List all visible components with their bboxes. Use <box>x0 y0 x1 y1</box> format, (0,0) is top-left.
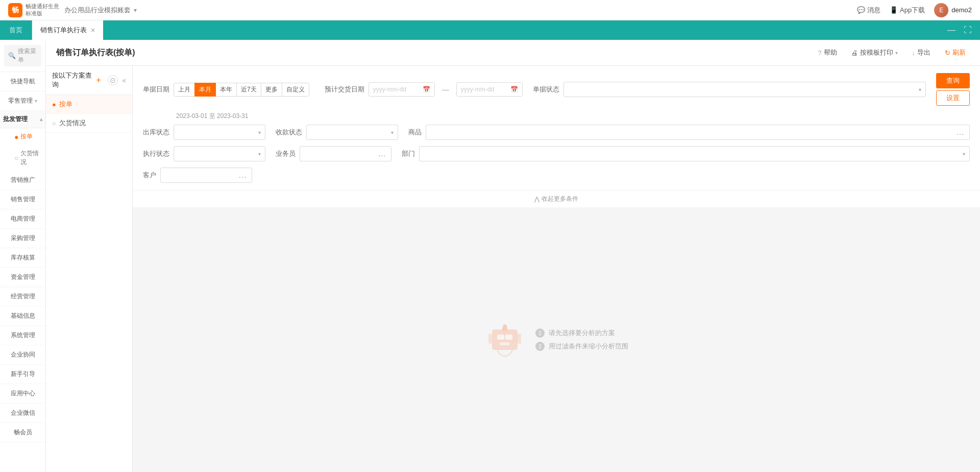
help-label: 帮助 <box>824 48 837 57</box>
top-bar-left: 畅 畅捷通好生意 标准版 办公用品行业模拟账套 ▾ <box>8 3 137 17</box>
tab-minimize-button[interactable]: — <box>945 24 958 36</box>
tip-number-1: 1 <box>535 328 545 338</box>
date-tab-this-year[interactable]: 本年 <box>215 83 237 97</box>
scheme-item-by-single[interactable]: ● 按单 <box>46 95 132 114</box>
sidebar-item-label: 系统管理 <box>11 331 35 340</box>
outbound-status-label: 出库状态 <box>143 128 169 137</box>
payment-status-select[interactable]: ▾ <box>306 125 398 140</box>
sidebar-item-sales[interactable]: 销售管理 <box>0 190 45 209</box>
sidebar-item-basic-info[interactable]: 基础信息 <box>0 306 45 326</box>
sidebar-item-inventory[interactable]: 库存核算 <box>0 248 45 268</box>
message-button[interactable]: 💬 消息 <box>857 6 880 15</box>
expected-date-start-input[interactable]: yyyy-mm-dd 📅 <box>369 82 435 97</box>
scheme-add-button[interactable]: + <box>93 75 104 85</box>
tab-maximize-button[interactable]: ⛶ <box>962 24 974 36</box>
refresh-button[interactable]: ↻ 刷新 <box>941 46 970 59</box>
svg-rect-0 <box>492 329 518 350</box>
top-bar: 畅 畅捷通好生意 标准版 办公用品行业模拟账套 ▾ 💬 消息 📱 App下载 E… <box>0 0 980 20</box>
sidebar-subitem-label: 按单 <box>20 132 33 141</box>
breadcrumb: 办公用品行业模拟账套 ▾ <box>64 6 137 15</box>
user-name[interactable]: demo2 <box>951 6 972 14</box>
sidebar-item-marketing[interactable]: 营销推广 <box>0 171 45 190</box>
customer-label: 客户 <box>143 171 156 180</box>
sidebar-item-wholesale[interactable]: 批发管理 ▴ <box>0 111 45 128</box>
chevron-down-icon: ▾ <box>391 130 394 135</box>
outbound-status-select[interactable]: ▾ <box>174 125 265 140</box>
date-tab-this-month[interactable]: 本月 <box>194 83 216 97</box>
customer-more-icon[interactable]: … <box>238 171 248 180</box>
tab-close-icon[interactable]: × <box>91 27 95 34</box>
sidebar-item-label: 电商管理 <box>11 215 35 223</box>
sidebar-item-label: 销售管理 <box>11 195 35 204</box>
document-date-label: 单据日期 <box>143 85 169 94</box>
sidebar-subitem-by-single[interactable]: ● 按单 <box>0 128 45 145</box>
sidebar-item-enterprise[interactable]: 企业协同 <box>0 345 45 365</box>
page-title: 销售订单执行表(按单) <box>56 48 135 58</box>
tab-bar: 首页 销售订单执行表 × — ⛶ <box>0 20 980 40</box>
sidebar-item-system[interactable]: 系统管理 <box>0 326 45 345</box>
filter-product: 商品 … <box>408 125 970 140</box>
sidebar-item-label: 快捷导航 <box>11 77 35 86</box>
collapse-icon: ⋀ <box>534 196 540 203</box>
user-area[interactable]: E demo2 <box>934 3 972 17</box>
product-more-icon[interactable]: … <box>956 128 965 137</box>
sidebar-item-quick-nav[interactable]: 快捷导航 <box>0 72 45 91</box>
sidebar-item-member[interactable]: 畅会员 <box>0 423 45 442</box>
scheme-collapse-button[interactable]: « <box>122 76 126 84</box>
tab-home[interactable]: 首页 <box>0 20 32 40</box>
collapse-bar[interactable]: ⋀ 收起更多条件 <box>133 190 980 207</box>
date-tab-last7days[interactable]: 近7天 <box>236 83 261 97</box>
empty-illustration <box>484 319 525 360</box>
help-button[interactable]: ? 帮助 <box>814 46 841 59</box>
message-icon: 💬 <box>857 6 865 14</box>
action-buttons: 查询 设置 <box>936 73 970 106</box>
app-download-button[interactable]: 📱 App下载 <box>890 6 925 15</box>
sidebar-item-enterprise-wechat[interactable]: 企业微信 <box>0 404 45 423</box>
sidebar-item-new-guide[interactable]: 新手引导 <box>0 365 45 384</box>
sidebar-item-label: 应用中心 <box>11 389 35 398</box>
sidebar-item-app-center[interactable]: 应用中心 <box>0 384 45 404</box>
date-tab-last-month[interactable]: 上月 <box>174 83 195 97</box>
execution-status-select[interactable]: ▾ <box>174 146 265 161</box>
sidebar-search-box[interactable]: 🔍 搜索菜单 <box>4 45 41 66</box>
sidebar-item-finance[interactable]: 资金管理 <box>0 268 45 287</box>
expected-date-end-input[interactable]: yyyy-mm-dd 📅 <box>456 82 523 97</box>
salesperson-more-icon[interactable]: … <box>378 149 387 158</box>
scheme-item-active-icon: ● <box>52 101 56 108</box>
breadcrumb-dropdown-icon[interactable]: ▾ <box>134 7 137 14</box>
settings-button[interactable]: 设置 <box>936 90 970 106</box>
document-status-select[interactable]: ▾ <box>564 82 926 97</box>
scheme-header: 按以下方案查询 + ⊙ « <box>46 66 132 95</box>
print-button[interactable]: 🖨 按模板打印 ▾ <box>847 46 902 59</box>
scheme-item-label: 欠货情况 <box>59 119 86 128</box>
date-tab-more[interactable]: 更多 <box>261 83 282 97</box>
circle-icon: ○ <box>14 154 18 162</box>
print-icon: 🖨 <box>851 49 858 57</box>
chevron-down-icon: ▾ <box>919 87 921 92</box>
sidebar-item-label: 企业微信 <box>11 409 35 417</box>
customer-input[interactable]: … <box>160 168 252 183</box>
sidebar-item-ecommerce[interactable]: 电商管理 <box>0 209 45 229</box>
department-select[interactable]: ▾ <box>419 146 970 161</box>
sidebar-item-retail[interactable]: 零售管理 ▾ <box>0 91 45 111</box>
tab-sales-order[interactable]: 销售订单执行表 × <box>32 20 103 40</box>
chevron-down-icon: ▾ <box>35 98 37 104</box>
product-input[interactable]: … <box>426 125 970 140</box>
empty-state: 1 请先选择要分析的方案 2 用过滤条件来缩小分析范围 <box>133 207 980 472</box>
sidebar-item-purchase[interactable]: 采购管理 <box>0 229 45 248</box>
page-header-top: 销售订单执行表(按单) ? 帮助 🖨 按模板打印 ▾ ↓ 导出 <box>56 46 970 59</box>
filter-main-area: 按以下方案查询 + ⊙ « ● 按单 ○ 欠货情况 <box>46 66 980 472</box>
filter-document-status: 单据状态 ▾ <box>533 82 926 97</box>
date-tab-custom[interactable]: 自定义 <box>282 83 309 97</box>
sidebar: 🔍 搜索菜单 快捷导航 零售管理 ▾ 批发管理 ▴ ● 按单 ○ 欠货情况 营销… <box>0 40 46 472</box>
sidebar-item-operations[interactable]: 经营管理 <box>0 287 45 306</box>
export-button[interactable]: ↓ 导出 <box>908 46 935 59</box>
search-button[interactable]: 查询 <box>936 73 970 88</box>
sidebar-subitem-debt[interactable]: ○ 欠货情况 <box>0 145 45 171</box>
tab-label: 销售订单执行表 <box>40 26 87 35</box>
scheme-item-debt[interactable]: ○ 欠货情况 <box>46 114 132 133</box>
salesperson-input[interactable]: … <box>300 146 391 161</box>
chevron-down-icon: ▾ <box>258 130 261 135</box>
scheme-edit-button[interactable]: ⊙ <box>108 75 118 85</box>
page-header: 销售订单执行表(按单) ? 帮助 🖨 按模板打印 ▾ ↓ 导出 <box>46 40 980 66</box>
